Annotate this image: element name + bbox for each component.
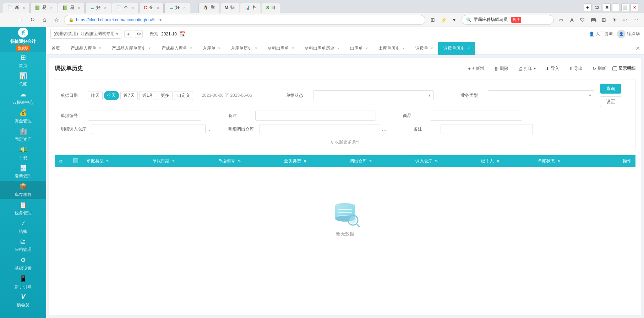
refresh-btn[interactable]: ↻ 刷新 (589, 64, 610, 73)
sidebar-item-capital[interactable]: 💰 资金管理 (0, 107, 46, 125)
translate-btn[interactable]: A (567, 15, 577, 24)
nav-tab-close-cailiao-history[interactable]: × (337, 46, 339, 50)
nav-tab-close-chanpin-in2[interactable]: × (190, 46, 192, 50)
close-all-tabs-btn[interactable]: ✕ (631, 42, 644, 55)
maximize-btn[interactable]: ⬜ (621, 4, 629, 11)
forward-btn[interactable]: → (16, 15, 25, 24)
sidebar-item-closing[interactable]: ✓ 结账 (0, 218, 46, 236)
sidebar-item-salary[interactable]: 💵 工资 (0, 144, 46, 162)
date-btn-1month[interactable]: 近1月 (139, 91, 157, 100)
sidebar-item-ledger[interactable]: 📊 总账 (0, 70, 46, 89)
nav-tab-diaobo-history[interactable]: 调拨单历史 × (438, 42, 475, 55)
nav-tab-ruku-history[interactable]: 入库单历史 × (225, 42, 262, 55)
detail-in-ellipsis[interactable]: … (207, 126, 212, 132)
browser-tab-7[interactable]: 🐧 腾 (198, 2, 219, 13)
th-date[interactable]: 单账日期 ⇅ (148, 155, 214, 167)
nav-tab-close-chanpin-in[interactable]: × (99, 46, 101, 50)
browser-tab-4[interactable]: 📄 个 × (112, 2, 138, 13)
sidebar-item-inventory[interactable]: 📦 库存核算 (0, 181, 46, 199)
dropdown-btn[interactable]: ▾ (449, 15, 459, 24)
add-company-btn[interactable]: + (124, 30, 132, 38)
sidebar-item-home[interactable]: ⊞ 首页 (0, 52, 46, 70)
game-btn[interactable]: 🎮 (589, 15, 598, 24)
date-btn-yesterday[interactable]: 昨天 (88, 91, 103, 100)
th-operator[interactable]: 经手人 ⇅ (477, 155, 534, 167)
scissors-btn[interactable]: ✂ (557, 15, 566, 24)
sidebar-item-guide[interactable]: 📱 新手引导 (0, 273, 46, 291)
nav-tab-chanpin-in[interactable]: 产成品入库单 × (65, 42, 107, 55)
nav-tab-cailiao-out[interactable]: 材料出库单 × (262, 42, 299, 55)
th-checkbox-col[interactable] (69, 155, 82, 167)
settings-btn[interactable]: 设置 (600, 96, 621, 107)
browser-tab-9[interactable]: 📊 各 (240, 2, 261, 13)
date-btn-today[interactable]: 今天 (104, 91, 119, 100)
th-out-warehouse[interactable]: 调出仓库 ⇅ (345, 155, 411, 167)
export-btn[interactable]: ⬆ 导出 (566, 64, 586, 73)
nav-tab-close-cailiao-out[interactable]: × (292, 46, 294, 50)
settings-company-btn[interactable]: ⚙ (135, 30, 143, 38)
date-btn-more[interactable]: 更多 (158, 91, 173, 100)
sidebar-item-archive[interactable]: 🗂 归档管理 (0, 236, 46, 255)
address-bar[interactable]: 🔒 https://cloud.chanjet.com/accounting/u… (64, 15, 425, 25)
th-gear[interactable]: ⚙ (55, 155, 69, 167)
nav-tab-chuku-history[interactable]: 出库单历史 × (373, 42, 410, 55)
search-bar[interactable]: 🔍 学霸应聘场驱鸟员 热搜 (462, 15, 554, 25)
nav-tab-close-chuku-history[interactable]: × (403, 46, 405, 50)
tab-close-5[interactable]: × (157, 6, 159, 10)
sidebar-logo[interactable]: 畅 畅捷通好会计 旗舰版 (0, 27, 46, 52)
new-tab-btn[interactable]: + (584, 4, 591, 11)
biz-type-select[interactable]: ▾ (488, 90, 594, 100)
goods-input[interactable] (430, 111, 522, 121)
collapse-more-btn[interactable]: ∧ 收起更多条件 (61, 138, 629, 146)
menu-btn[interactable]: ⋯ (631, 15, 640, 24)
support-btn[interactable]: 👤 人工咨询 (589, 31, 613, 37)
minimize-btn[interactable]: — (612, 4, 620, 11)
grid-btn[interactable]: ⊞ (599, 15, 608, 24)
browser-tab-2[interactable]: 📗 易 × (58, 2, 84, 13)
tab-list-btn[interactable]: ⊟ (603, 4, 611, 11)
doc-number-input[interactable] (88, 111, 201, 121)
sidebar-item-invoice[interactable]: 🧾 发票管理 (0, 162, 46, 181)
nav-tab-chuku[interactable]: 出库单 × (345, 42, 373, 55)
nav-tab-chanpin-in2[interactable]: 产成品入库单 × (156, 42, 197, 55)
nav-tab-home[interactable]: 首页 (46, 42, 65, 55)
user-info[interactable]: 👤 徐泽华 (617, 30, 640, 38)
th-status[interactable]: 单账状态 ⇅ (534, 155, 599, 167)
nav-tab-cailiao-history[interactable]: 材料出库单历史 × (299, 42, 345, 55)
th-number[interactable]: 单据编号 ⇅ (214, 155, 279, 167)
browser-tab-10[interactable]: S 目 (262, 2, 280, 13)
reload-btn[interactable]: ↻ (28, 15, 37, 24)
brightness-btn[interactable]: ☀ (610, 15, 619, 24)
back-btn[interactable]: ← (4, 15, 13, 24)
browser-tab-1[interactable]: 📗 易 × (30, 2, 57, 13)
browser-tab-0[interactable]: 📄 新 × (3, 2, 29, 13)
nav-tab-chanpin-history[interactable]: 产成品入库单历史 × (107, 42, 156, 55)
delete-btn[interactable]: 🗑 删除 (491, 64, 512, 73)
sidebar-item-tax[interactable]: 📋 税务管理 (0, 199, 46, 218)
tab-close-2[interactable]: × (78, 6, 80, 10)
period-value[interactable]: 2021-10 (161, 32, 177, 37)
note2-input[interactable] (441, 124, 533, 134)
sidebar-item-basic[interactable]: ⚙ 基础设置 (0, 255, 46, 273)
nav-tab-ruku[interactable]: 入库单 × (197, 42, 226, 55)
detail-out-input[interactable] (260, 124, 380, 134)
shield-btn[interactable]: 🛡 (578, 15, 587, 24)
header-checkbox[interactable] (73, 158, 78, 163)
th-biz-type[interactable]: 业务类型 ⇅ (280, 155, 345, 167)
goods-ellipsis[interactable]: … (524, 113, 529, 118)
nav-tab-close-chuku[interactable]: × (366, 46, 368, 50)
show-columns-checkbox[interactable] (612, 66, 617, 71)
tab-close-4[interactable]: × (132, 6, 134, 10)
browser-tab-6[interactable]: ☁ 好 × (164, 2, 190, 13)
nav-tab-close-diaobo[interactable]: × (431, 46, 433, 50)
tab-close-1[interactable]: × (50, 6, 52, 10)
nav-tab-close-chanpin-history[interactable]: × (149, 46, 151, 50)
star-btn[interactable]: ☆ (52, 15, 61, 24)
sidebar-item-member[interactable]: V 畅会员 (0, 291, 46, 310)
home-btn[interactable]: ⌂ (40, 15, 49, 24)
detail-in-input[interactable] (92, 124, 206, 134)
nav-tab-close-diaobo-history[interactable]: × (468, 46, 470, 50)
lightning-btn[interactable]: ⚡ (439, 15, 448, 24)
th-type[interactable]: 单账类型 ⇅ (82, 155, 148, 167)
tab-close-0[interactable]: × (23, 6, 25, 10)
